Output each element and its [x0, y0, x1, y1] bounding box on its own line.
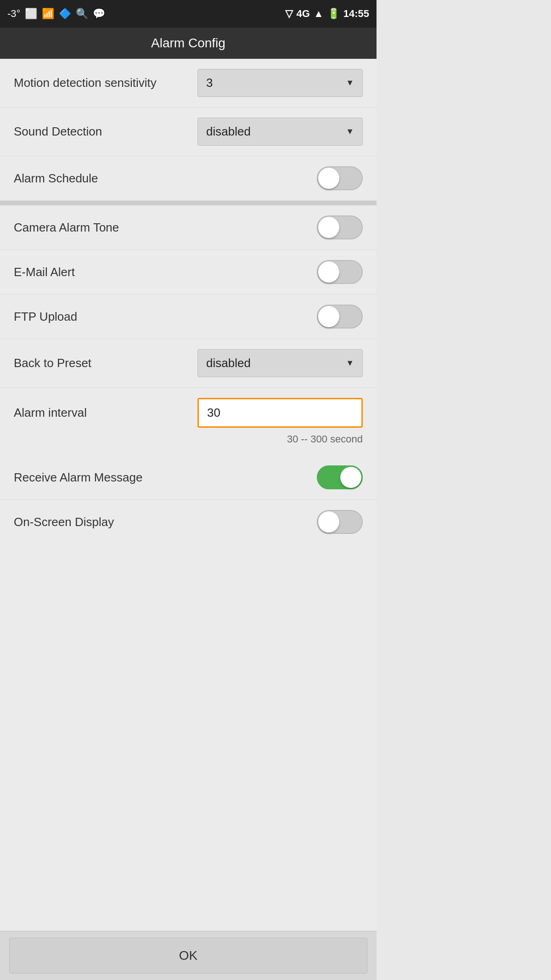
email-alert-toggle[interactable]: [317, 260, 363, 284]
camera-alarm-tone-knob: [318, 217, 339, 238]
alarm-schedule-toggle[interactable]: [317, 166, 363, 190]
ok-button[interactable]: OK: [9, 938, 367, 974]
alarm-interval-hint: 30 -- 300 second: [0, 431, 377, 455]
email-alert-label: E-Mail Alert: [14, 265, 317, 279]
alarm-schedule-toggle-wrapper[interactable]: [317, 166, 363, 190]
section-divider-1: [0, 201, 377, 205]
ok-button-wrapper: OK: [0, 931, 377, 980]
alarm-interval-input[interactable]: 30: [197, 398, 363, 428]
receive-alarm-message-toggle[interactable]: [317, 465, 363, 489]
alarm-interval-row: Alarm interval 30: [14, 398, 363, 431]
motion-detection-label: Motion detection sensitivity: [14, 76, 197, 90]
on-screen-display-row: On-Screen Display: [0, 500, 377, 544]
wifi-icon: 📶: [42, 8, 54, 20]
search-icon: 🔍: [76, 8, 88, 20]
camera-alarm-tone-toggle-wrapper[interactable]: [317, 215, 363, 239]
ftp-upload-label: FTP Upload: [14, 310, 317, 324]
sound-detection-row: Sound Detection disabled ▼: [0, 108, 377, 156]
alarm-interval-label: Alarm interval: [14, 406, 197, 420]
status-bar: -3° ⬜ 📶 🔷 🔍 💬 ▽ 4G ▲ 🔋 14:55: [0, 0, 377, 28]
camera-alarm-tone-row: Camera Alarm Tone: [0, 205, 377, 250]
email-alert-toggle-wrapper[interactable]: [317, 260, 363, 284]
message-icon: 💬: [93, 8, 105, 20]
network-type: 4G: [297, 8, 310, 20]
screenshot-icon: ⬜: [25, 8, 37, 20]
back-to-preset-select[interactable]: disabled ▼: [197, 349, 363, 377]
battery-icon: 🔋: [327, 8, 340, 20]
temperature: -3°: [7, 8, 20, 20]
alarm-interval-input-wrapper[interactable]: 30: [197, 398, 363, 428]
receive-alarm-message-knob: [340, 467, 361, 488]
motion-detection-arrow: ▼: [346, 78, 354, 88]
sound-detection-value: disabled: [206, 125, 251, 139]
back-to-preset-row: Back to Preset disabled ▼: [0, 339, 377, 388]
alarm-interval-value: 30: [207, 406, 220, 419]
motion-detection-select[interactable]: 3 ▼: [197, 69, 363, 97]
motion-detection-row: Motion detection sensitivity 3 ▼: [0, 59, 377, 108]
camera-alarm-tone-label: Camera Alarm Tone: [14, 221, 317, 235]
email-alert-knob: [318, 261, 339, 283]
alarm-interval-section: Alarm interval 30: [0, 388, 377, 431]
receive-alarm-message-label: Receive Alarm Message: [14, 470, 317, 485]
ftp-upload-knob: [318, 306, 339, 327]
alarm-schedule-knob: [318, 168, 339, 189]
back-to-preset-dropdown[interactable]: disabled ▼: [197, 349, 363, 377]
sound-detection-arrow: ▼: [346, 127, 354, 136]
ftp-upload-toggle-wrapper[interactable]: [317, 305, 363, 329]
sound-detection-dropdown[interactable]: disabled ▼: [197, 118, 363, 146]
app-bar: Alarm Config: [0, 28, 377, 59]
motion-detection-value: 3: [206, 76, 213, 90]
sound-detection-select[interactable]: disabled ▼: [197, 118, 363, 146]
receive-alarm-message-toggle-wrapper[interactable]: [317, 465, 363, 489]
on-screen-display-knob: [318, 511, 339, 532]
motion-detection-dropdown[interactable]: 3 ▼: [197, 69, 363, 97]
receive-alarm-message-row: Receive Alarm Message: [0, 455, 377, 500]
on-screen-display-toggle[interactable]: [317, 510, 363, 534]
status-right: ▽ 4G ▲ 🔋 14:55: [285, 8, 369, 20]
camera-alarm-tone-toggle[interactable]: [317, 215, 363, 239]
back-to-preset-value: disabled: [206, 356, 251, 370]
sound-detection-label: Sound Detection: [14, 125, 197, 139]
app-title: Alarm Config: [151, 36, 225, 50]
back-to-preset-arrow: ▼: [346, 358, 354, 368]
back-to-preset-label: Back to Preset: [14, 356, 197, 370]
email-alert-row: E-Mail Alert: [0, 250, 377, 295]
status-left: -3° ⬜ 📶 🔷 🔍 💬: [7, 8, 105, 20]
clock: 14:55: [343, 8, 369, 20]
ftp-upload-toggle[interactable]: [317, 305, 363, 329]
content: Motion detection sensitivity 3 ▼ Sound D…: [0, 59, 377, 931]
on-screen-display-toggle-wrapper[interactable]: [317, 510, 363, 534]
on-screen-display-label: On-Screen Display: [14, 515, 317, 529]
signal-icon: ▽: [285, 8, 293, 20]
app-icon: 🔷: [59, 8, 71, 20]
signal-bars: ▲: [314, 8, 324, 20]
ftp-upload-row: FTP Upload: [0, 295, 377, 339]
alarm-schedule-label: Alarm Schedule: [14, 171, 317, 186]
alarm-schedule-row: Alarm Schedule: [0, 156, 377, 201]
